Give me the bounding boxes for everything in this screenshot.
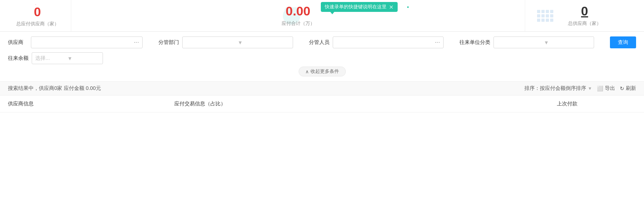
grid-icon [537,10,553,22]
refresh-button[interactable]: ↻ 刷新 [620,85,636,92]
stats-bar: 0 总应付供应商（家） 0.00 应付合计（万） 快速录单的快捷键说明在这里 ✕ [0,0,644,32]
table-body [0,112,644,204]
label-balance: 往来余额 [8,55,29,62]
label-unit-type: 往来单位分类 [459,39,490,46]
results-actions: 排序：按应付会额倒序排序 ▼ ⬜ 导出 ↻ 刷新 [524,85,636,92]
table-col-last-payment: 上次付款 [557,100,636,107]
sort-label: 排序：按应付会额倒序排序 [524,85,586,92]
collapse-bar: ∧ 收起更多条件 [8,64,636,78]
dept-chevron-icon: ▼ [238,40,290,46]
stat2-number: 0.00 [286,4,310,18]
filter-row-2: 往来余额 选择... ▼ [8,52,636,64]
export-button[interactable]: ⬜ 导出 [597,85,615,92]
balance-select[interactable]: 选择... ▼ [32,52,103,64]
query-button[interactable]: 查询 [610,36,636,48]
refresh-label: 刷新 [626,85,636,92]
sort-chevron-icon: ▼ [588,86,592,91]
filter-unit-type: 往来单位分类 ▼ [459,36,594,48]
label-dept: 分管部门 [158,39,179,46]
stat-total-payable-suppliers: 0 总应付供应商（家） [0,0,71,31]
stat2-label: 应付合计（万） [282,20,315,27]
collapse-up-icon: ∧ [305,69,309,74]
supplier-input-wrap[interactable]: ··· [31,36,143,48]
filter-person: 分管人员 ··· [309,36,444,48]
person-input-wrap[interactable]: ··· [333,36,444,48]
refresh-icon: ↻ [620,86,624,92]
tooltip-text: 快速录单的快捷键说明在这里 [325,4,387,10]
results-bar: 搜索结果中，供应商0家 应付金额 0.00元 排序：按应付会额倒序排序 ▼ ⬜ … [0,82,644,95]
filter-balance: 往来余额 选择... ▼ [8,52,135,64]
label-person: 分管人员 [309,39,330,46]
sort-select[interactable]: 排序：按应付会额倒序排序 ▼ [524,85,592,92]
filter-section: 供应商 ··· 分管部门 ▼ 分管人员 ··· 往来单位分 [0,32,644,82]
tooltip-close[interactable]: ✕ [389,4,394,10]
export-label: 导出 [605,85,615,92]
person-dots[interactable]: ··· [435,39,440,46]
balance-placeholder: 选择... [35,55,67,62]
supplier-input[interactable] [34,40,132,46]
filter-dept: 分管部门 ▼ [158,36,293,48]
stat-total-suppliers: 0 总供应商（家） [525,0,644,31]
stat3-number: 0 [581,4,588,18]
table-header: 供应商信息 应付交易信息（占比） 上次付款 [0,95,644,112]
person-input[interactable] [336,40,433,46]
tooltip-balloon: 快速录单的快捷键说明在这里 ✕ [321,2,398,12]
table-col-transaction-info: 应付交易信息（占比） [174,100,557,107]
collapse-button[interactable]: ∧ 收起更多条件 [299,67,346,76]
supplier-dots[interactable]: ··· [134,39,139,46]
unit-type-select[interactable]: ▼ [493,36,594,48]
stat-total-amount: 0.00 应付合计（万） 快速录单的快捷键说明在这里 ✕ [71,0,525,31]
filter-supplier: 供应商 ··· [8,36,143,48]
balance-chevron-icon: ▼ [67,55,99,61]
stat1-label: 总应付供应商（家） [16,21,59,27]
table-col-supplier-info: 供应商信息 [8,100,174,107]
filter-row-1: 供应商 ··· 分管部门 ▼ 分管人员 ··· 往来单位分 [8,36,636,48]
collapse-label: 收起更多条件 [311,68,339,75]
stat1-number: 0 [34,5,41,19]
dept-select[interactable]: ▼ [182,36,293,48]
label-supplier: 供应商 [8,39,28,46]
export-icon: ⬜ [597,86,603,92]
stat3-label: 总供应商（家） [568,20,601,27]
results-summary: 搜索结果中，供应商0家 应付金额 0.00元 [8,85,101,92]
unit-type-chevron-icon: ▼ [544,40,591,46]
